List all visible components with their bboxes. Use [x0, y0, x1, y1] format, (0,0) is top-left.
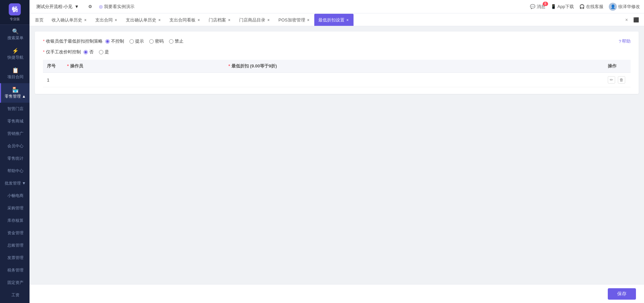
demo-link[interactable]: ◎ 我要看实例演示	[99, 4, 135, 10]
demo-label: 我要看实例演示	[104, 4, 135, 10]
online-service-label: 在线客服	[586, 4, 603, 10]
manual-price-label: 仅手工改价时控制	[43, 49, 81, 55]
tab-label: 最低折扣设置	[318, 17, 344, 23]
sidebar-item-ledger[interactable]: 总账管理	[0, 239, 30, 252]
gear-icon: ⚙	[88, 4, 92, 9]
app-download-button[interactable]: 📱 App下载	[551, 4, 574, 10]
sidebar-item-label: 库存核算	[7, 218, 23, 223]
sidebar-item-wholesale[interactable]: 批发管理 ▼	[0, 177, 30, 190]
tab-payment-contract[interactable]: 支出合同 ×	[91, 14, 122, 26]
user-name: 徐泽华修改	[618, 4, 640, 10]
sidebar-item-marketing[interactable]: 营销推广	[0, 128, 30, 140]
sidebar-item-label: 总账管理	[7, 243, 23, 248]
app-version: 专业版	[10, 17, 20, 21]
save-button[interactable]: 保存	[608, 288, 636, 300]
radio-remind-input[interactable]	[129, 39, 134, 44]
sidebar-item-salary[interactable]: 工资	[0, 289, 30, 301]
tab-home[interactable]: 首页	[31, 14, 48, 26]
page-area: 收银员低于最低折扣控制策略 不控制 提示 密码	[30, 26, 644, 284]
strategy-row: 收银员低于最低折扣控制策略 不控制 提示 密码	[43, 38, 631, 44]
app-logo: 畅 专业版	[0, 0, 30, 25]
radio-password-input[interactable]	[149, 39, 154, 44]
tab-close-icon[interactable]: ×	[114, 17, 118, 23]
radio-yes[interactable]: 是	[99, 49, 109, 55]
settings-icon[interactable]: ⚙	[0, 301, 30, 303]
tab-label: 门店商品目录	[239, 17, 265, 23]
tab-label: POS加密管理	[278, 17, 305, 23]
sidebar-item-label: 营销推广	[7, 131, 23, 137]
sidebar-item-invoice[interactable]: 发票管理	[0, 252, 30, 264]
cell-actions: ✏ 🗑	[604, 73, 631, 87]
message-badge: 8	[543, 2, 548, 6]
tab-payment-history[interactable]: 支出确认单历史 ×	[122, 14, 165, 26]
sidebar-item-tax[interactable]: 税务管理	[0, 264, 30, 276]
radio-ban[interactable]: 禁止	[169, 38, 183, 44]
strategy-radio-group: 不控制 提示 密码 禁止	[105, 38, 183, 44]
sidebar-item-purchase[interactable]: 采购管理	[0, 202, 30, 214]
radio-no-control[interactable]: 不控制	[105, 38, 124, 44]
help-link[interactable]: ? 帮助	[619, 38, 631, 44]
radio-remind[interactable]: 提示	[129, 38, 144, 44]
radio-password-label: 密码	[155, 38, 164, 44]
sidebar-item-shortcut[interactable]: ⚡ 快捷导航	[0, 44, 30, 64]
sidebar-item-finance[interactable]: 资金管理	[0, 227, 30, 239]
col-operator: 操作员	[63, 60, 224, 73]
sidebar-item-search[interactable]: 🔍 搜索菜单	[0, 25, 30, 44]
radio-no-control-input[interactable]	[105, 39, 110, 44]
tab-label: 支出合同	[95, 17, 113, 23]
tab-store-catalog[interactable]: 门店商品目录 ×	[235, 14, 274, 26]
sidebar-item-inventory[interactable]: 库存核算	[0, 214, 30, 227]
radio-yes-input[interactable]	[99, 50, 103, 54]
tab-close-icon[interactable]: ×	[267, 17, 270, 23]
online-service-button[interactable]: 🎧 在线客服	[579, 4, 603, 10]
tab-min-discount[interactable]: 最低折扣设置 ×	[314, 14, 354, 26]
edit-row-button[interactable]: ✏	[608, 76, 615, 84]
tab-close-icon[interactable]: ×	[227, 17, 231, 23]
sidebar-item-help[interactable]: 帮助中心	[0, 165, 30, 177]
radio-ban-label: 禁止	[175, 38, 183, 44]
radio-no-input[interactable]	[84, 50, 88, 54]
circle-icon: ◎	[99, 4, 103, 9]
delete-row-button[interactable]: 🗑	[618, 76, 625, 84]
tab-income-history[interactable]: 收入确认单历史 ×	[48, 14, 91, 26]
tab-menu-button[interactable]: ⬛	[632, 16, 640, 24]
sidebar-item-ecommerce[interactable]: 小畅电商	[0, 190, 30, 202]
sidebar-item-retail-stats[interactable]: 零售统计	[0, 152, 30, 165]
tab-close-all-button[interactable]: ×	[623, 16, 631, 24]
radio-no[interactable]: 否	[84, 49, 94, 55]
sidebar-item-retail-shop[interactable]: 零售商城	[0, 115, 30, 128]
tab-close-icon[interactable]: ×	[346, 17, 350, 23]
user-menu[interactable]: 👤 徐泽华修改	[609, 3, 640, 11]
manual-price-radio-group: 否 是	[84, 49, 109, 55]
help-icon: ?	[619, 39, 621, 44]
tab-pos-password[interactable]: POS加密管理 ×	[274, 14, 314, 26]
tab-payment-board[interactable]: 支出合同看板 ×	[165, 14, 205, 26]
sidebar-item-label: 小畅电商	[7, 193, 23, 199]
sidebar-item-label: 快捷导航	[7, 55, 23, 60]
tab-store-archive[interactable]: 门店档案 ×	[205, 14, 235, 26]
tab-close-icon[interactable]: ×	[84, 17, 87, 23]
sidebar-item-assets[interactable]: 固定资产	[0, 276, 30, 289]
download-icon: 📱	[551, 4, 556, 9]
messages-button[interactable]: 💬 消息 8	[530, 4, 545, 10]
cell-operator	[63, 73, 224, 87]
cell-seq: 1	[43, 73, 63, 87]
project-name: 测试分开流程-小见	[36, 4, 72, 10]
sidebar-item-project[interactable]: 📋 项目合同	[0, 64, 30, 83]
main-content: 测试分开流程-小见 ▼ ⚙ ◎ 我要看实例演示 💬 消息 8 📱 App下载 🎧…	[30, 0, 644, 303]
tab-label: 支出确认单历史	[126, 17, 156, 23]
sidebar-item-smart-store[interactable]: 智营门店	[0, 103, 30, 115]
sidebar-item-member[interactable]: 会员中心	[0, 140, 30, 152]
tab-close-icon[interactable]: ×	[307, 17, 310, 23]
message-icon: 💬	[530, 4, 535, 9]
sidebar-item-label: 批发管理 ▼	[5, 181, 26, 186]
shortcut-icon: ⚡	[12, 48, 19, 54]
settings-config[interactable]: ⚙	[86, 3, 95, 10]
tab-close-icon[interactable]: ×	[158, 17, 161, 23]
tab-close-icon[interactable]: ×	[197, 17, 201, 23]
project-selector[interactable]: 测试分开流程-小见 ▼	[34, 2, 82, 11]
topbar-actions: 💬 消息 8 📱 App下载 🎧 在线客服 👤 徐泽华修改	[530, 3, 640, 11]
radio-ban-input[interactable]	[169, 39, 173, 44]
sidebar-item-retail[interactable]: 🏪 零售管理 ▲	[0, 83, 30, 103]
radio-password[interactable]: 密码	[149, 38, 164, 44]
